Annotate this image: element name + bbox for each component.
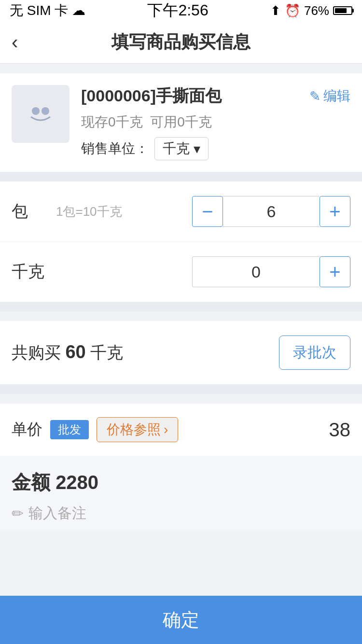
page-title: 填写商品购买信息 <box>111 30 251 54</box>
product-card: [0000006]手撕面包 现存0千克 可用0千克 销售单位： 千克 ▾ ✎ 编… <box>0 73 362 172</box>
price-type-tag: 批发 <box>50 420 89 439</box>
divider-3 <box>0 384 362 394</box>
status-time: 下午2:56 <box>147 0 208 21</box>
status-left: 无 SIM 卡 ☁ <box>10 1 85 20</box>
record-batch-button[interactable]: 录批次 <box>279 336 350 370</box>
product-unit-row: 销售单位： 千克 ▾ <box>81 137 350 160</box>
edit-button[interactable]: ✎ 编辑 <box>309 87 350 105</box>
pack-hint: 1包=10千克 <box>56 203 192 220</box>
sim-status: 无 SIM 卡 ☁ <box>10 1 85 20</box>
product-image <box>12 85 70 143</box>
battery-level: 76% <box>304 3 329 18</box>
price-value: 38 <box>329 419 351 441</box>
pack-quantity-input[interactable] <box>223 196 320 227</box>
quantity-section: 包 1包=10千克 − + 千克 + <box>0 182 362 302</box>
kg-row: 千克 + <box>0 242 362 302</box>
status-bar: 无 SIM 卡 ☁ 下午2:56 ⬆ ⏰ 76% <box>0 0 362 21</box>
location-icon: ⬆ <box>270 3 281 18</box>
total-text: 共购买 60 千克 <box>12 342 123 364</box>
pack-plus-button[interactable]: + <box>320 196 350 227</box>
pack-minus-button[interactable]: − <box>192 196 223 227</box>
battery-icon <box>333 6 352 15</box>
back-button[interactable]: ‹ <box>12 31 18 53</box>
price-label: 单价 <box>12 419 42 440</box>
product-stock: 现存0千克 可用0千克 <box>81 113 350 131</box>
product-logo-icon <box>26 99 55 128</box>
amount-section: 金额 2280 ✏ 输入备注 <box>0 456 362 531</box>
divider-2 <box>0 302 362 311</box>
divider-1 <box>0 172 362 182</box>
note-placeholder: 输入备注 <box>28 504 86 523</box>
kg-quantity-control: + <box>192 256 350 287</box>
pack-label: 包 <box>12 200 50 223</box>
amount-value: 2280 <box>56 472 98 493</box>
price-section: 单价 批发 价格参照 › 38 <box>0 404 362 456</box>
alarm-icon: ⏰ <box>285 3 300 18</box>
unit-selector[interactable]: 千克 ▾ <box>154 137 209 160</box>
kg-label: 千克 <box>12 261 50 283</box>
total-row: 共购买 60 千克 录批次 <box>0 321 362 384</box>
note-row[interactable]: ✏ 输入备注 <box>12 504 350 523</box>
svg-point-0 <box>32 107 40 115</box>
note-icon: ✏ <box>12 505 24 522</box>
chevron-right-icon: › <box>164 422 168 437</box>
price-row: 单价 批发 价格参照 › 38 <box>12 417 350 442</box>
status-right: ⬆ ⏰ 76% <box>270 3 352 18</box>
edit-icon: ✎ <box>309 88 320 104</box>
confirm-button[interactable]: 确定 <box>0 596 362 644</box>
pack-row: 包 1包=10千克 − + <box>0 182 362 242</box>
kg-quantity-input[interactable] <box>192 256 320 287</box>
chevron-down-icon: ▾ <box>194 141 200 157</box>
nav-bar: ‹ 填写商品购买信息 <box>0 21 362 64</box>
price-reference-button[interactable]: 价格参照 › <box>97 417 178 442</box>
kg-plus-button[interactable]: + <box>320 256 350 287</box>
svg-point-1 <box>42 107 49 115</box>
pack-quantity-control: − + <box>192 196 350 227</box>
amount-row: 金额 2280 <box>12 469 350 496</box>
